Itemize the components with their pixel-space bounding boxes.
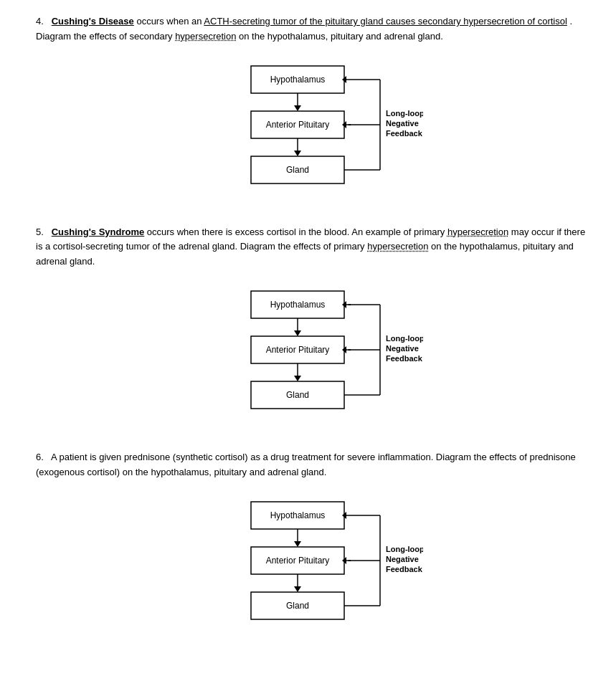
question-5: 5. Cushing's Syndrome occurs when there … bbox=[22, 225, 594, 427]
question-6-number: 6. bbox=[36, 452, 49, 462]
arrowhead1-4 bbox=[294, 105, 301, 111]
diagram-6-svg: Hypothalamus Anterior Pituitary - Gland bbox=[194, 495, 423, 638]
feedback-label-5: Long-loop bbox=[386, 334, 423, 343]
diagram-5: Hypothalamus - Anterior Pituitary - Glan… bbox=[22, 284, 594, 427]
question-6: 6. A patient is given prednisone (synthe… bbox=[22, 450, 594, 638]
question-4: 4. Cushing's Disease occurs when an ACTH… bbox=[22, 14, 594, 202]
q4-bold-underline: Cushing's Disease bbox=[52, 16, 134, 27]
feedback-label-4: Long-loop bbox=[386, 109, 423, 118]
anterior-pituitary-label-6: Anterior Pituitary bbox=[265, 556, 329, 566]
feedback-label-6b: Negative bbox=[386, 555, 419, 563]
q5-bold-underline: Cushing's Syndrome bbox=[52, 227, 145, 237]
gland-label-5: Gland bbox=[285, 390, 308, 400]
diagram-4: Hypothalamus Anterior Pituitary - Gland bbox=[22, 59, 594, 202]
feedback-label-5b: Negative bbox=[386, 344, 419, 353]
question-4-number: 4. bbox=[36, 16, 49, 27]
arrowhead2-6 bbox=[294, 586, 301, 592]
q4-dotted1: hypersecretion bbox=[175, 31, 236, 42]
arrowhead1-5 bbox=[294, 330, 301, 336]
question-5-text: 5. Cushing's Syndrome occurs when there … bbox=[36, 225, 594, 270]
diagram-5-svg: Hypothalamus - Anterior Pituitary - Glan… bbox=[194, 284, 423, 427]
minus-sign-4: - bbox=[348, 118, 351, 130]
arrowhead2-5 bbox=[294, 376, 301, 381]
minus-sign-hyp-5: - bbox=[348, 298, 351, 310]
diagram-4-svg: Hypothalamus Anterior Pituitary - Gland bbox=[194, 59, 423, 202]
hypothalamus-label-4: Hypothalamus bbox=[270, 75, 325, 85]
q4-text3: on the hypothalamus, pituitary and adren… bbox=[239, 31, 443, 42]
minus-sign-6: - bbox=[348, 554, 351, 566]
anterior-pituitary-label-5: Anterior Pituitary bbox=[265, 345, 329, 355]
q5-text1: occurs when there is excess cortisol in … bbox=[147, 227, 447, 237]
minus-sign-ant-5: - bbox=[348, 343, 351, 355]
hypothalamus-label-6: Hypothalamus bbox=[270, 510, 325, 520]
anterior-pituitary-label-4: Anterior Pituitary bbox=[265, 120, 329, 130]
q4-underline1: ACTH-secreting tumor of the pituitary gl… bbox=[204, 16, 567, 27]
arrowhead1-6 bbox=[294, 541, 301, 547]
feedback-label-4b: Negative bbox=[386, 119, 419, 128]
question-5-number: 5. bbox=[36, 227, 49, 237]
question-4-text: 4. Cushing's Disease occurs when an ACTH… bbox=[36, 14, 594, 44]
feedback-label-6c: Feedback bbox=[386, 565, 423, 573]
gland-label-4: Gland bbox=[285, 165, 308, 175]
feedback-label-5c: Feedback bbox=[386, 354, 423, 363]
feedback-label-4c: Feedback bbox=[386, 129, 423, 138]
question-6-text: 6. A patient is given prednisone (synthe… bbox=[36, 450, 594, 480]
hypothalamus-label-5: Hypothalamus bbox=[270, 300, 325, 310]
q5-dotted1: hypersecretion bbox=[447, 227, 508, 237]
gland-label-6: Gland bbox=[285, 601, 308, 611]
q5-dotted2: hypersecretion bbox=[367, 241, 428, 252]
feedback-label-6: Long-loop bbox=[386, 545, 423, 553]
arrowhead2-4 bbox=[294, 151, 301, 156]
q4-text1: occurs when an bbox=[136, 16, 204, 27]
diagram-6: Hypothalamus Anterior Pituitary - Gland bbox=[22, 495, 594, 638]
q6-text1: A patient is given prednisone (synthetic… bbox=[36, 452, 576, 477]
